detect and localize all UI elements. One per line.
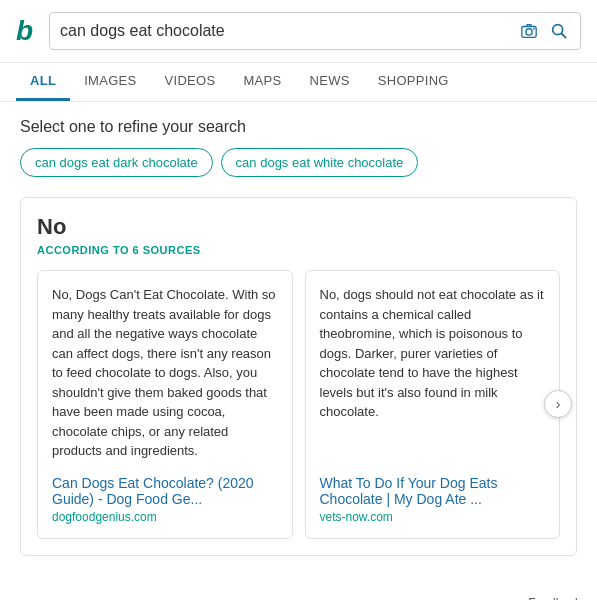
tab-shopping[interactable]: SHOPPING [364,63,463,101]
refine-btn-white-chocolate[interactable]: can dogs eat white chocolate [221,148,419,177]
feedback-link[interactable]: Feedback [528,596,581,601]
answer-card: No ACCORDING TO 6 SOURCES No, Dogs Can't… [20,197,577,556]
refine-btn-dark-chocolate[interactable]: can dogs eat dark chocolate [20,148,213,177]
source-card-1-title[interactable]: Can Dogs Eat Chocolate? (2020 Guide) - D… [52,475,278,507]
answer-sources: ACCORDING TO 6 SOURCES [37,244,560,256]
bing-logo: b [16,15,33,47]
svg-line-4 [561,33,566,38]
search-header: b can dogs eat chocolate [0,0,597,63]
refine-section: Select one to refine your search can dog… [20,118,577,177]
search-actions [518,20,570,42]
source-card-2-url: vets-now.com [320,510,546,524]
tab-all[interactable]: ALL [16,63,70,101]
nav-tabs: ALL IMAGES VIDEOS MAPS NEWS SHOPPING [0,63,597,102]
main-content: Select one to refine your search can dog… [0,102,597,588]
tab-news[interactable]: NEWS [296,63,364,101]
source-card-2-body: No, dogs should not eat chocolate as it … [320,285,546,461]
refine-title: Select one to refine your search [20,118,577,136]
source-card-2-title[interactable]: What To Do If Your Dog Eats Chocolate | … [320,475,546,507]
camera-icon [520,22,538,40]
tab-videos[interactable]: VIDEOS [151,63,230,101]
search-bar[interactable]: can dogs eat chocolate [49,12,581,50]
visual-search-button[interactable] [518,20,540,42]
svg-point-2 [533,28,535,30]
refine-buttons: can dogs eat dark chocolate can dogs eat… [20,148,577,177]
source-card-1-body: No, Dogs Can't Eat Chocolate. With so ma… [52,285,278,461]
source-card-1: No, Dogs Can't Eat Chocolate. With so ma… [37,270,293,539]
carousel-next-button[interactable]: › [544,390,572,418]
tab-images[interactable]: IMAGES [70,63,150,101]
svg-point-1 [526,29,532,35]
tab-maps[interactable]: MAPS [229,63,295,101]
source-card-1-url: dogfoodgenius.com [52,510,278,524]
search-input[interactable]: can dogs eat chocolate [60,22,510,40]
feedback-bar: Feedback [0,588,597,601]
search-button[interactable] [548,20,570,42]
answer-text: No [37,214,560,240]
svg-point-3 [553,25,563,35]
source-card-2: No, dogs should not eat chocolate as it … [305,270,561,539]
search-icon [550,22,568,40]
source-cards: No, Dogs Can't Eat Chocolate. With so ma… [37,270,560,539]
